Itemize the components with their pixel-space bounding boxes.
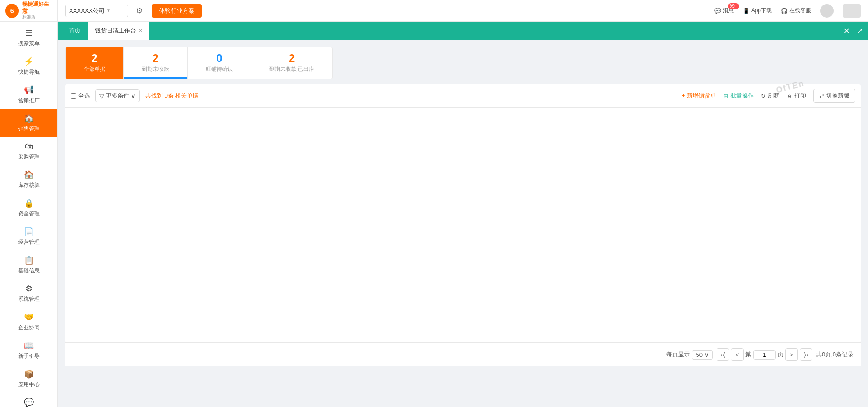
switch-icon: ⇄ [819, 93, 824, 99]
prev-page-btn[interactable]: ＜ [731, 348, 744, 361]
filter-button[interactable]: ▽ 更多条件 ∨ [95, 89, 140, 102]
nav-tab-label: 首页 [69, 27, 80, 35]
found-count-text: 共找到 0条 相关单据 [145, 92, 198, 100]
sidebar-label: 销售管理 [18, 125, 40, 133]
app-download-label: App下载 [751, 7, 772, 14]
sidebar-label: 快捷导航 [18, 68, 40, 76]
sidebar-item-sales-mgmt[interactable]: 🏠销售管理 [0, 109, 57, 137]
sys-mgmt-icon: ⚙ [25, 284, 33, 294]
sidebar-item-biz-mgmt[interactable]: 📄经营管理 [0, 222, 57, 251]
app-name: 畅捷通好生意 [22, 1, 52, 14]
last-page-btn[interactable]: ⟩⟩ [800, 348, 812, 361]
stat-label: 到期未收款 [142, 65, 169, 73]
nav-tab-label: 钱货日清工作台 [95, 27, 136, 35]
next-page-btn[interactable]: ＞ [785, 348, 798, 361]
sidebar-item-quick-nav[interactable]: ⚡快捷导航 [0, 52, 57, 80]
experience-btn[interactable]: 体验行业方案 [152, 4, 202, 18]
stat-num: 2 [91, 53, 97, 64]
inventory-icon: 🏠 [24, 170, 34, 180]
stat-tab-wangpai-confirm[interactable]: 0旺铺待确认 [188, 47, 251, 79]
app-download-icon: 📱 [743, 8, 750, 14]
sidebar-item-wechat-work[interactable]: 💬企业微信 [0, 393, 57, 407]
new-sale-button[interactable]: + 新增销货单 [682, 92, 716, 100]
online-service-icon: 🎧 [781, 8, 788, 14]
base-info-icon: 📋 [24, 255, 34, 265]
sidebar: 6 畅捷通好生意 标准版 ☰搜索菜单⚡快捷导航📢营销推广🏠销售管理🛍采购管理🏠库… [0, 0, 58, 407]
stat-tab-overdue-unship[interactable]: 2到期未收款 已出库 [251, 47, 332, 79]
sidebar-label: 资金管理 [18, 210, 40, 218]
sidebar-item-inventory[interactable]: 🏠库存核算 [0, 165, 57, 194]
sidebar-label: 系统管理 [18, 295, 40, 303]
sidebar-item-base-info[interactable]: 📋基础信息 [0, 251, 57, 279]
wechat-work-icon: 💬 [24, 398, 34, 407]
quick-nav-icon: ⚡ [24, 56, 34, 66]
online-service-action[interactable]: 🎧 在线客服 [781, 7, 811, 14]
sidebar-label: 库存核算 [18, 182, 40, 189]
sidebar-item-search-menu[interactable]: ☰搜索菜单 [0, 23, 57, 52]
total-label: 共0页,0条记录 [816, 351, 854, 359]
stat-num: 0 [216, 53, 222, 64]
stat-tab-overdue-unpaid[interactable]: 2到期未收款 [124, 47, 188, 79]
company-selector[interactable]: XXXXXX公司 ▼ [65, 5, 128, 17]
page-size-dropdown[interactable]: 50 ∨ [692, 350, 712, 360]
sidebar-label: 企业协同 [18, 324, 40, 332]
nav-tabs: 首页钱货日清工作台× ✕ ⤢ [58, 22, 868, 40]
app-center-icon: 📦 [24, 369, 34, 379]
sidebar-item-beginner[interactable]: 📖新手引导 [0, 336, 57, 365]
stat-tab-all[interactable]: 2全部单据 [66, 47, 124, 79]
print-button[interactable]: 🖨 打印 [787, 92, 806, 100]
sidebar-label: 应用中心 [18, 381, 40, 388]
user-info[interactable] [843, 4, 861, 18]
stats-tabs: 2全部单据2到期未收款0旺铺待确认2到期未收款 已出库 [65, 47, 333, 79]
marketing-icon: 📢 [24, 85, 34, 95]
print-icon: 🖨 [787, 93, 793, 99]
stat-num: 2 [152, 53, 158, 64]
nav-tab-首页[interactable]: 首页 [61, 22, 88, 40]
sidebar-label: 采购管理 [18, 153, 40, 161]
purchase-mgmt-icon: 🛍 [25, 142, 33, 151]
sidebar-item-enterprise-coop[interactable]: 🤝企业协同 [0, 308, 57, 336]
sales-mgmt-icon: 🏠 [24, 113, 34, 123]
page-nav: ⟨⟨ ＜ 第 页 ＞ ⟩⟩ [717, 348, 812, 361]
first-page-btn[interactable]: ⟨⟨ [717, 348, 729, 361]
batch-op-button[interactable]: ⊞ 批量操作 [723, 92, 754, 100]
sidebar-menu: ☰搜索菜单⚡快捷导航📢营销推广🏠销售管理🛍采购管理🏠库存核算🔒资金管理📄经营管理… [0, 22, 57, 407]
message-action[interactable]: 💬 消息 99+ [714, 7, 734, 14]
page-input[interactable] [753, 350, 776, 360]
select-all-label[interactable]: 全选 [71, 92, 90, 100]
enterprise-coop-icon: 🤝 [24, 312, 34, 322]
top-bar-right: 💬 消息 99+ 📱 App下载 🎧 在线客服 [714, 4, 861, 18]
filter-dropdown-icon: ∨ [131, 93, 136, 99]
sidebar-item-app-center[interactable]: 📦应用中心 [0, 365, 57, 393]
avatar[interactable] [820, 4, 834, 18]
stat-label: 全部单据 [84, 65, 105, 73]
sidebar-item-sys-mgmt[interactable]: ⚙系统管理 [0, 279, 57, 308]
sidebar-label: 新手引导 [18, 352, 40, 360]
sidebar-item-capital-mgmt[interactable]: 🔒资金管理 [0, 194, 57, 222]
sidebar-item-purchase-mgmt[interactable]: 🛍采购管理 [0, 137, 57, 165]
biz-mgmt-icon: 📄 [24, 227, 34, 237]
sidebar-label: 经营管理 [18, 239, 40, 246]
logo-area: 6 畅捷通好生意 标准版 [0, 0, 57, 22]
stat-label: 旺铺待确认 [206, 65, 233, 73]
capital-mgmt-icon: 🔒 [24, 198, 34, 208]
sidebar-item-marketing[interactable]: 📢营销推广 [0, 80, 57, 109]
found-number: 0 [165, 92, 168, 99]
toolbar-right: + 新增销货单 ⊞ 批量操作 ↻ 刷新 🖨 打印 ⇄ 切换新版 [682, 89, 855, 103]
page-size-select: 每页显示 50 ∨ [666, 350, 712, 360]
sidebar-label: 基础信息 [18, 267, 40, 275]
stat-num: 2 [289, 53, 295, 64]
select-all-checkbox[interactable] [71, 93, 76, 99]
nav-tab-钱货日清工作台[interactable]: 钱货日清工作台× [88, 22, 149, 40]
top-bar: XXXXXX公司 ▼ ⚙ 体验行业方案 💬 消息 99+ 📱 App下载 🎧 在… [0, 0, 868, 22]
sidebar-label: 搜索菜单 [18, 40, 40, 47]
close-tab-icon[interactable]: ✕ [842, 25, 851, 37]
app-download-action[interactable]: 📱 App下载 [743, 7, 772, 14]
stat-label: 到期未收款 已出库 [269, 65, 314, 73]
switch-version-button[interactable]: ⇄ 切换新版 [813, 89, 855, 103]
close-tab-btn[interactable]: × [139, 28, 142, 34]
expand-tab-icon[interactable]: ⤢ [855, 25, 864, 37]
logo-icon: 6 [5, 4, 19, 18]
pagination: 每页显示 50 ∨ ⟨⟨ ＜ 第 页 ＞ ⟩⟩ 共0页,0条记录 [65, 342, 861, 366]
settings-button[interactable]: ⚙ [132, 4, 146, 18]
